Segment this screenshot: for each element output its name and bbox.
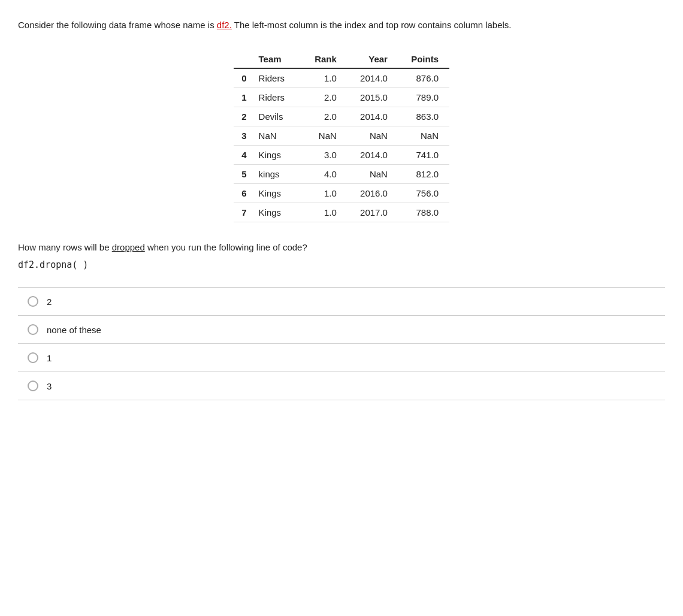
radio-button-opt-1[interactable]	[28, 352, 38, 363]
cell-year: 2014.0	[347, 146, 398, 165]
dataframe-table-container: Team Rank Year Points 0 Riders 1.0 2014.…	[18, 50, 665, 222]
question-underline-word: dropped	[112, 242, 145, 252]
option-label-opt-3: 3	[47, 381, 52, 391]
col-team-header: Team	[254, 50, 303, 68]
radio-button-opt-3[interactable]	[28, 381, 38, 391]
cell-team: NaN	[254, 126, 303, 146]
cell-year: 2014.0	[347, 107, 398, 126]
table-row: 1 Riders 2.0 2015.0 789.0	[234, 88, 449, 107]
table-row: 5 kings 4.0 NaN 812.0	[234, 165, 449, 184]
intro-paragraph: Consider the following data frame whose …	[18, 18, 557, 32]
cell-index: 6	[234, 184, 254, 203]
option-label-opt-none-of-these: none of these	[47, 325, 101, 335]
col-index-header	[234, 50, 254, 68]
cell-points: 863.0	[398, 107, 449, 126]
cell-year: NaN	[347, 165, 398, 184]
table-row: 6 Kings 1.0 2016.0 756.0	[234, 184, 449, 203]
cell-points: 756.0	[398, 184, 449, 203]
intro-text-after: The left-most column is the index and to…	[232, 20, 512, 30]
intro-text-before: Consider the following data frame whose …	[18, 20, 217, 30]
option-item-opt-3[interactable]: 3	[18, 372, 665, 400]
col-year-header: Year	[347, 50, 398, 68]
radio-button-opt-none-of-these[interactable]	[28, 324, 38, 335]
cell-points: 741.0	[398, 146, 449, 165]
table-row: 7 Kings 1.0 2017.0 788.0	[234, 203, 449, 222]
question-text: How many rows will be dropped when you r…	[18, 240, 665, 255]
cell-year: 2015.0	[347, 88, 398, 107]
cell-index: 3	[234, 126, 254, 146]
answer-options: 2 none of these 1 3	[18, 287, 665, 400]
cell-team: Kings	[254, 146, 303, 165]
cell-points: 876.0	[398, 68, 449, 88]
cell-team: Kings	[254, 203, 303, 222]
option-label-opt-1: 1	[47, 353, 52, 363]
col-points-header: Points	[398, 50, 449, 68]
cell-rank: 3.0	[303, 146, 347, 165]
dataframe-table: Team Rank Year Points 0 Riders 1.0 2014.…	[234, 50, 449, 222]
cell-rank: 1.0	[303, 203, 347, 222]
df2-name: df2.	[217, 20, 232, 30]
code-snippet: df2.dropna( )	[18, 259, 665, 270]
cell-index: 2	[234, 107, 254, 126]
question-before: How many rows will be	[18, 242, 112, 252]
option-label-opt-2: 2	[47, 297, 52, 307]
cell-rank: 2.0	[303, 107, 347, 126]
table-row: 3 NaN NaN NaN NaN	[234, 126, 449, 146]
table-row: 0 Riders 1.0 2014.0 876.0	[234, 68, 449, 88]
cell-year: 2017.0	[347, 203, 398, 222]
cell-index: 5	[234, 165, 254, 184]
table-header-row: Team Rank Year Points	[234, 50, 449, 68]
cell-index: 0	[234, 68, 254, 88]
cell-team: Devils	[254, 107, 303, 126]
cell-index: 1	[234, 88, 254, 107]
cell-index: 4	[234, 146, 254, 165]
col-rank-header: Rank	[303, 50, 347, 68]
cell-points: 812.0	[398, 165, 449, 184]
table-row: 4 Kings 3.0 2014.0 741.0	[234, 146, 449, 165]
cell-rank: 1.0	[303, 184, 347, 203]
cell-year: 2016.0	[347, 184, 398, 203]
cell-rank: 4.0	[303, 165, 347, 184]
cell-year: 2014.0	[347, 68, 398, 88]
cell-rank: 2.0	[303, 88, 347, 107]
cell-points: 789.0	[398, 88, 449, 107]
cell-points: 788.0	[398, 203, 449, 222]
cell-points: NaN	[398, 126, 449, 146]
cell-team: Kings	[254, 184, 303, 203]
cell-rank: 1.0	[303, 68, 347, 88]
option-item-opt-2[interactable]: 2	[18, 287, 665, 316]
cell-team: Riders	[254, 68, 303, 88]
question-after: when you run the following line of code?	[145, 242, 307, 252]
option-item-opt-1[interactable]: 1	[18, 344, 665, 372]
cell-rank: NaN	[303, 126, 347, 146]
radio-button-opt-2[interactable]	[28, 296, 38, 307]
cell-index: 7	[234, 203, 254, 222]
cell-team: kings	[254, 165, 303, 184]
cell-team: Riders	[254, 88, 303, 107]
table-row: 2 Devils 2.0 2014.0 863.0	[234, 107, 449, 126]
cell-year: NaN	[347, 126, 398, 146]
option-item-opt-none-of-these[interactable]: none of these	[18, 316, 665, 344]
